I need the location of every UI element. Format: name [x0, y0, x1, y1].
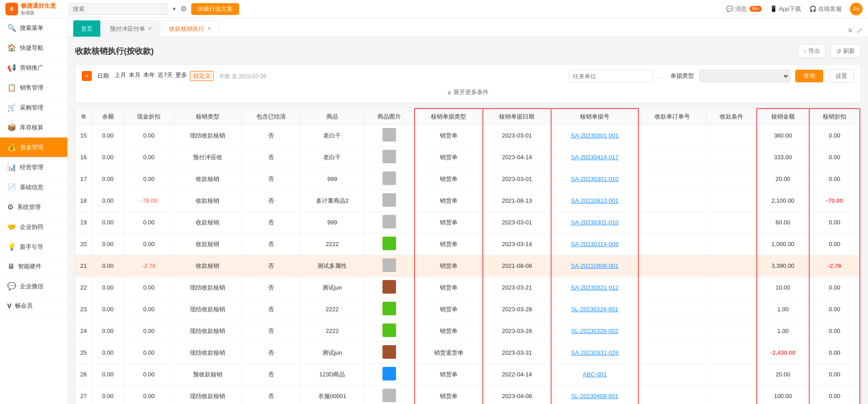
row-no: 18 [75, 190, 92, 212]
table-row: 150.000.00现结收款核销否老白干销货单2023-03-01SA-2023… [75, 125, 860, 147]
sidebar-item-search[interactable]: 🔍 搜索菜单 [0, 18, 67, 38]
refresh-icon: ↺ [836, 48, 841, 55]
user-avatar[interactable]: Rit [850, 3, 863, 15]
tab-maximize[interactable]: ⤢ [857, 26, 863, 35]
filter-last7[interactable]: 近7天 [158, 71, 173, 81]
industry-btn[interactable]: 休验行业方案 [191, 3, 239, 15]
row-no: 25 [75, 342, 92, 364]
export-label: 导出 [808, 47, 820, 55]
sidebar-label-wechat: 企业微信 [20, 282, 43, 290]
online-service-item[interactable]: 🎧 在线客服 [809, 5, 842, 13]
tab-prepay-close[interactable]: ✕ [148, 26, 152, 32]
order-type-label: 单据类型 [670, 72, 694, 80]
avatar: Rit [850, 3, 863, 15]
table-row: 170.000.00收款核销否999销货单2023-03-01SA-202303… [75, 168, 860, 190]
sidebar-item-marketing[interactable]: 📢 营销推广 [0, 58, 67, 78]
headset-icon: 🎧 [809, 5, 816, 12]
top-bar-right: 💬 消息 99+ 📱 App下载 🎧 在线客服 Rit [726, 3, 863, 15]
sidebar-item-sales[interactable]: 📋 销售管理 [0, 78, 67, 98]
filter-collapse-btn[interactable]: » [82, 71, 92, 81]
message-item[interactable]: 💬 消息 99+ [726, 5, 762, 13]
sidebar-label-member: 畅会员 [15, 302, 33, 310]
table-header-row: ⚙ 余额 现金折扣 核销类型 包含已结清 商品 商品图片 核销单据类型 核销单据… [75, 109, 860, 125]
sidebar-label-hardware: 智能硬件 [18, 262, 42, 271]
sidebar-item-basicinfo[interactable]: 📄 基础信息 [0, 177, 67, 197]
page-actions: ↑ 导出 ↺ 刷新 [798, 44, 861, 58]
table-row: 270.000.00现结收款核销否衣服00001销货单2023-04-08SL-… [75, 385, 860, 404]
gear-icon[interactable]: ⚙ [180, 5, 187, 13]
col-writeoff-discount: 核销折扣 [809, 109, 860, 125]
filter-this-year[interactable]: 本年 [143, 71, 155, 81]
sidebar: 🔍 搜索菜单 🏠 快捷导航 📢 营销推广 📋 销售管理 🛒 采购管理 📦 库存核… [0, 18, 68, 404]
sidebar-label-finance: 资金管理 [20, 143, 43, 152]
filter-custom[interactable]: 自定义 [190, 71, 214, 81]
filter-more[interactable]: 更多 [175, 71, 187, 81]
table-row: 210.00-2.76收款核销否测试多属性销货单2021-08-08SA-202… [75, 255, 860, 277]
col-balance: 余额 [92, 109, 124, 125]
export-btn[interactable]: ↑ 导出 [798, 44, 826, 58]
filter-this-month[interactable]: 本月 [129, 71, 141, 81]
sidebar-item-quicknav[interactable]: 🏠 快捷导航 [0, 38, 67, 58]
search-input[interactable] [69, 3, 168, 15]
col-gear[interactable]: ⚙ [75, 109, 92, 125]
sidebar-label-quicknav: 快捷导航 [20, 44, 43, 52]
sidebar-label-guide: 新手引导 [20, 243, 43, 251]
row-no: 27 [75, 385, 92, 404]
filter-last-month[interactable]: 上月 [114, 71, 126, 81]
tab-prepay[interactable]: 预付冲应付单 ✕ [102, 20, 160, 37]
page-title: 收款核销执行(按收款) [75, 46, 154, 57]
sidebar-item-inventory[interactable]: 📦 库存核算 [0, 118, 67, 138]
sidebar-item-member[interactable]: V 畅会员 [0, 296, 67, 316]
tab-prepay-label: 预付冲应付单 [110, 25, 145, 33]
message-badge: 99+ [750, 6, 762, 12]
tab-collection-close[interactable]: ✕ [207, 26, 211, 32]
export-icon: ↑ [804, 48, 807, 55]
row-no: 21 [75, 255, 92, 277]
settings-icon: ⚙ [81, 113, 86, 120]
sidebar-item-operations[interactable]: 📊 经营管理 [0, 157, 67, 177]
sidebar-label-operations: 经营管理 [20, 163, 43, 171]
refresh-btn[interactable]: ↺ 刷新 [830, 44, 861, 58]
tab-collection-label: 收款核销执行 [169, 25, 204, 33]
row-no: 23 [75, 299, 92, 320]
query-btn[interactable]: 查询 [795, 70, 823, 82]
col-writeoff-date: 核销单据日期 [483, 109, 551, 125]
date-label: 日期 [97, 72, 109, 80]
row-no: 26 [75, 364, 92, 385]
table-body: 150.000.00现结收款核销否老白干销货单2023-03-01SA-2023… [75, 125, 860, 404]
table-row: 200.000.00收款核销否2222销货单2023-03-14SA-20230… [75, 233, 860, 255]
partner-input[interactable] [569, 70, 653, 82]
col-writeoff-order-type: 核销单据类型 [415, 109, 483, 125]
col-receipt-order-no: 收款单订单号 [638, 109, 707, 125]
filter-bar: » 日期 上月 本月 本年 近7天 更多 自定义 不限 至 2023-07-26 [75, 64, 861, 103]
order-type-select[interactable] [699, 70, 790, 82]
tab-close-all[interactable]: ✕ [847, 26, 853, 35]
tab-bar: 首页 预付冲应付单 ✕ 收款核销执行 ✕ ✕ ⤢ [68, 18, 868, 37]
filter-date-range: 不限 至 2023-07-26 [219, 72, 266, 81]
sidebar-item-sysadmin[interactable]: ⚙ 系统管理 [0, 197, 67, 217]
refresh-label: 刷新 [843, 47, 855, 55]
tab-collection[interactable]: 收款核销执行 ✕ [161, 20, 219, 37]
settings-btn[interactable]: 设置 [829, 69, 854, 83]
main-area: 首页 预付冲应付单 ✕ 收款核销执行 ✕ ✕ ⤢ 收款核销执行(按收款) [68, 18, 868, 404]
expand-more-conditions[interactable]: ∨ 展开更多条件 [447, 86, 489, 98]
sidebar-item-purchase[interactable]: 🛒 采购管理 [0, 98, 67, 118]
page-header: 收款核销执行(按收款) ↑ 导出 ↺ 刷新 [75, 44, 861, 58]
partner-more-icon[interactable]: ... [658, 71, 665, 81]
sidebar-item-wechat[interactable]: 💬 企业微信 [0, 276, 67, 296]
sidebar-item-enterprise[interactable]: 🤝 企业协同 [0, 217, 67, 237]
sidebar-item-hardware[interactable]: 🖥 智能硬件 [0, 257, 67, 276]
app-download-item[interactable]: 📱 App下载 [770, 5, 801, 13]
sidebar-label-enterprise: 企业协同 [20, 223, 43, 231]
table-row: 230.000.00现结收款核销否2222销货单2023-03-28SL-202… [75, 299, 860, 320]
logo-icon: 6 [5, 3, 18, 15]
top-dropdown[interactable]: ▾ [173, 5, 176, 12]
sidebar-item-guide[interactable]: 💡 新手引导 [0, 237, 67, 257]
wechat-icon: 💬 [7, 282, 16, 290]
row-no: 22 [75, 277, 92, 299]
filter-date-links: 上月 本月 本年 近7天 更多 自定义 [114, 71, 214, 81]
message-icon: 💬 [726, 5, 733, 12]
finance-icon: 💰 [7, 143, 16, 152]
tab-home[interactable]: 首页 [73, 20, 100, 37]
sidebar-item-finance[interactable]: 💰 资金管理 [0, 138, 67, 157]
